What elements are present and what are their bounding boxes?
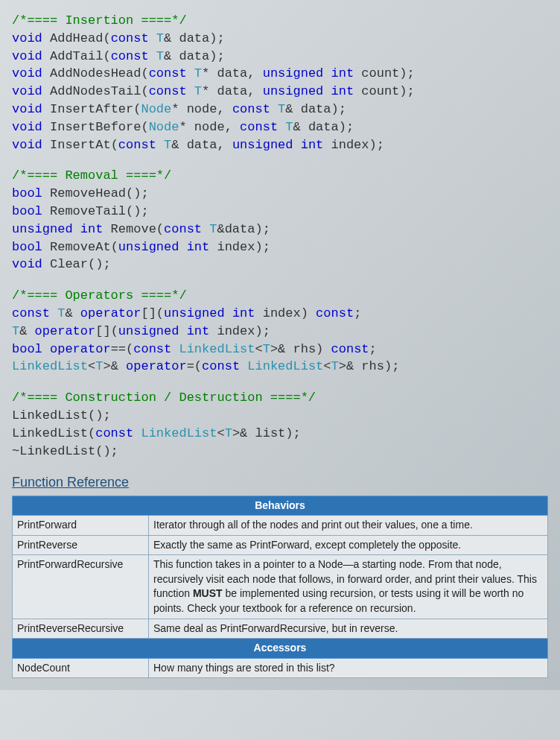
code-section-removal: /*==== Removal ====*/bool RemoveHead();b… (12, 167, 548, 273)
table-row: PrintForwardRecursive This function take… (13, 555, 548, 619)
fn-name: PrintReverseRecursive (13, 619, 149, 639)
fn-desc: How many things are stored in this list? (149, 658, 548, 678)
code-line: void AddHead(const T& data); (12, 30, 548, 48)
desc-bold: MUST (193, 587, 223, 599)
code-line: bool RemoveHead(); (12, 185, 548, 203)
code-comment: /*==== Insertion ====*/ (12, 12, 548, 30)
function-reference-title: Function Reference (12, 473, 548, 492)
code-line: void InsertAt(const T& data, unsigned in… (12, 136, 548, 154)
table-row: NodeCount How many things are stored in … (13, 658, 548, 678)
function-reference-table: Behaviors PrintForward Iterator through … (12, 496, 548, 679)
fn-name: PrintForward (13, 516, 149, 536)
code-line: LinkedList(const LinkedList<T>& list); (12, 425, 548, 443)
fn-name: PrintReverse (13, 535, 149, 555)
code-section-operators: /*==== Operators ====*/const T& operator… (12, 287, 548, 376)
code-comment: /*==== Operators ====*/ (12, 287, 548, 305)
code-line: const T& operator[](unsigned int index) … (12, 305, 548, 323)
table-row: PrintReverseRecursive Same deal as Print… (13, 619, 548, 639)
code-line: bool RemoveTail(); (12, 203, 548, 221)
code-line: void InsertBefore(Node* node, const T& d… (12, 118, 548, 136)
code-comment: /*==== Construction / Destruction ====*/ (12, 389, 548, 407)
code-section-construction: /*==== Construction / Destruction ====*/… (12, 389, 548, 460)
fn-desc: Iterator through all of the nodes and pr… (149, 516, 548, 536)
code-line: T& operator[](unsigned int index); (12, 323, 548, 341)
table-row: PrintReverse Exactly the same as PrintFo… (13, 535, 548, 555)
table-row: PrintForward Iterator through all of the… (13, 516, 548, 536)
code-line: void AddNodesTail(const T* data, unsigne… (12, 83, 548, 101)
fn-desc: This function takes in a pointer to a No… (149, 555, 548, 619)
fn-name: NodeCount (13, 658, 149, 678)
code-line: LinkedList(); (12, 407, 548, 425)
table-header-accessors: Accessors (13, 639, 548, 659)
accessors-header: Accessors (13, 639, 548, 659)
code-line: void AddNodesHead(const T* data, unsigne… (12, 65, 548, 83)
fn-desc: Same deal as PrintForwardRecursive, but … (149, 619, 548, 639)
code-line: LinkedList<T>& operator=(const LinkedLis… (12, 358, 548, 376)
code-line: ~LinkedList(); (12, 443, 548, 461)
code-line: void InsertAfter(Node* node, const T& da… (12, 101, 548, 118)
behaviors-header: Behaviors (13, 496, 548, 516)
code-line: bool operator==(const LinkedList<T>& rhs… (12, 341, 548, 358)
code-comment: /*==== Removal ====*/ (12, 167, 548, 185)
code-line: void Clear(); (12, 256, 548, 273)
code-section-insertion: /*==== Insertion ====*/void AddHead(cons… (12, 12, 548, 154)
table-header-behaviors: Behaviors (13, 496, 548, 516)
code-line: bool RemoveAt(unsigned int index); (12, 238, 548, 256)
code-line: void AddTail(const T& data); (12, 48, 548, 66)
fn-desc: Exactly the same as PrintForward, except… (149, 535, 548, 555)
code-line: unsigned int Remove(const T&data); (12, 221, 548, 238)
fn-name: PrintForwardRecursive (13, 555, 149, 619)
